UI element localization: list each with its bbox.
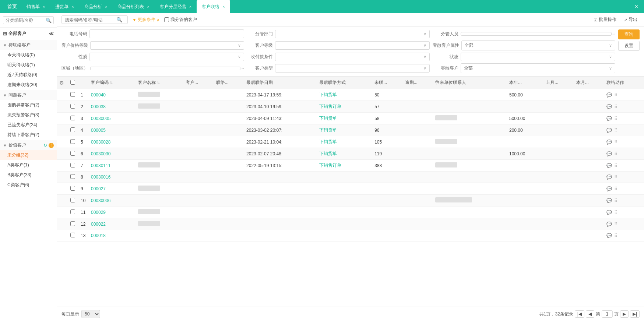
customer-code[interactable]: 00030006: [89, 195, 136, 207]
row-checkbox[interactable]: [70, 116, 75, 120]
customer-code[interactable]: 00030030: [89, 148, 136, 160]
more-filters-button[interactable]: ▼ 更多条件 ∧: [132, 17, 160, 23]
tab-customer-layer[interactable]: 客户分层经营 ×: [155, 0, 197, 13]
row-checkbox[interactable]: [70, 186, 75, 191]
more-icon[interactable]: ⠿: [614, 210, 617, 215]
query-button[interactable]: 查询: [618, 29, 640, 39]
page-number-input[interactable]: [602, 310, 613, 318]
row-checkbox[interactable]: [70, 151, 75, 156]
filter-nature-select[interactable]: ∨: [89, 53, 244, 61]
more-icon[interactable]: ⠿: [614, 174, 617, 180]
prev-page-button[interactable]: ◀: [586, 310, 594, 318]
message-icon[interactable]: 💬: [606, 104, 612, 109]
customer-code-link[interactable]: 000038: [91, 104, 106, 109]
customer-code[interactable]: 000029: [89, 207, 136, 218]
message-icon[interactable]: 💬: [606, 116, 612, 121]
sidebar-item-churned[interactable]: 已流失客户(24): [0, 120, 57, 130]
tab-customer-layer-close[interactable]: ×: [189, 4, 191, 9]
sidebar-item-7days[interactable]: 近7天待联络(0): [0, 70, 57, 80]
sidebar-item-a-class[interactable]: A类客户(1): [0, 160, 57, 170]
sidebar-item-b-class[interactable]: B类客户(33): [0, 170, 57, 180]
tab-purchase-order[interactable]: 进货单 ×: [50, 0, 79, 13]
last-page-button[interactable]: ▶|: [630, 310, 640, 318]
message-icon[interactable]: 💬: [606, 233, 612, 238]
reset-button[interactable]: 设置: [618, 41, 640, 51]
filter-phone-input[interactable]: [89, 29, 244, 38]
customer-code-link[interactable]: 00030028: [91, 140, 110, 145]
my-customers-checkbox[interactable]: 我分管的客户: [164, 17, 197, 23]
next-page-button[interactable]: ▶: [620, 310, 629, 318]
sidebar-group-pending[interactable]: ▼ 待联络客户: [0, 40, 57, 50]
tab-product-analysis-list[interactable]: 商品分析列表 ×: [112, 0, 154, 13]
more-icon[interactable]: ⠿: [614, 198, 617, 203]
customer-code-link[interactable]: 00030005: [91, 116, 110, 121]
customer-code-link[interactable]: 00030006: [91, 198, 110, 203]
last-way-link[interactable]: 下销货单: [319, 151, 337, 156]
filter-price-level-select[interactable]: ∨: [90, 41, 244, 50]
message-icon[interactable]: 💬: [606, 210, 612, 215]
customer-code[interactable]: 00030111: [89, 160, 136, 172]
customer-code[interactable]: 000038: [89, 101, 136, 113]
select-all-checkbox[interactable]: [70, 80, 75, 85]
export-button[interactable]: ↗ 导出: [622, 15, 640, 24]
row-checkbox[interactable]: [70, 233, 75, 237]
more-icon[interactable]: ⠿: [614, 151, 617, 156]
tab-customer-contact[interactable]: 客户联络 ×: [197, 0, 230, 13]
row-checkbox[interactable]: [70, 198, 75, 202]
customer-code-link[interactable]: 000040: [91, 92, 106, 98]
message-icon[interactable]: 💬: [606, 198, 612, 203]
tab-product-analysis[interactable]: 商品分析 ×: [79, 0, 112, 13]
more-icon[interactable]: ⠿: [614, 128, 617, 133]
filter-customer-level-select[interactable]: ∨: [275, 41, 430, 50]
message-icon[interactable]: 💬: [606, 92, 612, 98]
tab-customer-contact-close[interactable]: ×: [222, 4, 225, 9]
more-icon[interactable]: ⠿: [614, 116, 617, 121]
sidebar-item-tomorrow[interactable]: 明天待联络(1): [0, 60, 57, 70]
customer-code-link[interactable]: 00030016: [91, 174, 110, 180]
customer-code[interactable]: 000005: [89, 124, 136, 136]
refresh-icon[interactable]: ↻: [43, 143, 47, 148]
message-icon[interactable]: 💬: [606, 140, 612, 145]
sidebar-item-declining[interactable]: 持续下滑客户(2): [0, 130, 57, 140]
row-checkbox[interactable]: [70, 127, 75, 132]
message-icon[interactable]: 💬: [606, 222, 612, 227]
sidebar-item-today[interactable]: 今天待联络(0): [0, 50, 57, 60]
last-way-link[interactable]: 下销货单: [319, 127, 337, 133]
last-way-link[interactable]: 下销货单: [319, 139, 337, 144]
last-way-link[interactable]: 下销售订单: [319, 163, 341, 168]
filter-customer-type-select[interactable]: ∨: [275, 64, 430, 73]
collapse-icon[interactable]: ≪: [49, 31, 54, 36]
row-checkbox[interactable]: [70, 139, 75, 144]
customer-code-link[interactable]: 000027: [91, 186, 106, 191]
sidebar-item-c-class[interactable]: C类客户(6): [0, 180, 57, 190]
col-code[interactable]: 客户编码 ⇅: [89, 77, 136, 89]
row-checkbox[interactable]: [70, 174, 75, 179]
batch-op-button[interactable]: ☑ 批量操作: [591, 15, 619, 24]
customer-code[interactable]: 000022: [89, 218, 136, 230]
filter-region-select[interactable]: [90, 67, 240, 70]
customer-code-link[interactable]: 000018: [91, 233, 106, 238]
last-way-link[interactable]: 下销货单: [319, 92, 337, 97]
first-page-button[interactable]: |◀: [575, 310, 584, 318]
message-icon[interactable]: 💬: [606, 163, 612, 168]
customer-code[interactable]: 00030005: [89, 113, 136, 124]
customer-code-link[interactable]: 000005: [91, 128, 106, 133]
sidebar-group-problem[interactable]: ▼ 问题客户: [0, 90, 57, 100]
region-dots[interactable]: ···: [240, 66, 244, 71]
message-icon[interactable]: 💬: [606, 128, 612, 133]
row-checkbox[interactable]: [70, 104, 75, 109]
manager-dots[interactable]: ···: [612, 31, 615, 36]
more-icon[interactable]: ⠿: [614, 104, 617, 109]
my-customers-check[interactable]: [164, 17, 169, 22]
col-name[interactable]: 客户名称 ⇅: [136, 77, 183, 89]
row-checkbox[interactable]: [70, 209, 75, 214]
sidebar-all-customers[interactable]: ⊞ 全部客户 ≪: [0, 28, 57, 40]
last-way-link[interactable]: 下销售订单: [319, 104, 341, 109]
customer-code[interactable]: 000040: [89, 89, 136, 101]
customer-code-link[interactable]: 000022: [91, 222, 106, 227]
filter-manager-select[interactable]: [461, 32, 612, 36]
row-checkbox[interactable]: [70, 221, 75, 226]
window-close-button[interactable]: ×: [632, 3, 641, 10]
filter-status-select[interactable]: ∨: [461, 53, 615, 61]
tab-product-analysis-list-close[interactable]: ×: [147, 4, 149, 9]
